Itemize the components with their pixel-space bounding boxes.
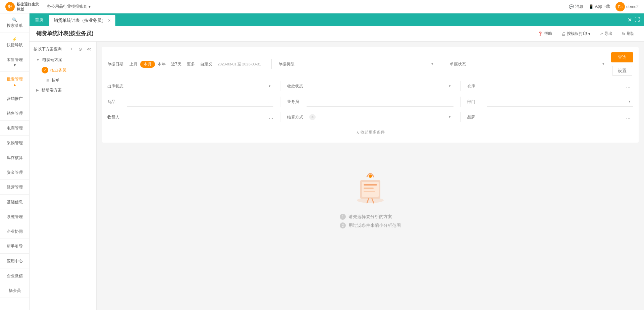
filter-salesperson: 业务员 … (287, 97, 453, 107)
filter-row-1: 单据日期 上月 本月 本年 近7天 更多 自定义 2023-03-01 至 20… (107, 52, 633, 76)
chevron-down-icon: ▾ (449, 84, 451, 88)
filter-doc-type: 单据类型 ▾ (278, 59, 436, 69)
divider-6 (460, 97, 461, 107)
filter-doc-status: 单据状态 ▾ (450, 59, 607, 69)
quick-icon: ⚡ (1, 37, 28, 42)
download-icon: 📱 (589, 4, 594, 9)
sidebar-item-finance[interactable]: 资金管理 (0, 165, 29, 180)
maximize-icon[interactable]: ⛶ (635, 17, 640, 23)
department-select[interactable]: ▾ (487, 97, 633, 107)
template-print-button[interactable]: 🖨 按模板打印 ▾ (559, 30, 593, 38)
warehouse-select[interactable]: … (487, 81, 633, 91)
tree-item-mobile[interactable]: ▶ 移动端方案 (30, 85, 96, 95)
help-button[interactable]: ❓ 帮助 (535, 30, 555, 38)
export-button[interactable]: ↗ 导出 (597, 30, 615, 38)
filter-row-3: 商品 … 业务员 … (107, 97, 633, 107)
refresh-icon: ↻ (622, 32, 625, 36)
divider-4 (460, 81, 461, 91)
sidebar-item-business[interactable]: 经营管理 (0, 180, 29, 195)
chevron-down-icon: ▾ (269, 84, 271, 88)
date-filter: 上月 本月 本年 近7天 更多 自定义 2023-03-01 至 2023-03… (127, 61, 261, 68)
doc-status-select[interactable]: ▾ (469, 59, 607, 69)
chevron-icon: ▾ (1, 63, 28, 67)
edit-scheme-button[interactable]: ⊙ (77, 46, 84, 52)
sidebar-item-sales[interactable]: 销售管理 (0, 106, 29, 121)
main-layout: 🔍 搜索菜单 ⚡ 快捷导航 零售管理 ▾ 批发管理 ▴ 营销推广 销售管理 电商… (0, 13, 644, 310)
add-scheme-button[interactable]: ＋ (68, 46, 75, 52)
goods-select[interactable]: … (127, 97, 273, 107)
close-window-icon[interactable]: ✕ (628, 17, 632, 23)
filter-row-4: 收货人 … 结算方式 × (107, 112, 633, 122)
out-status-select[interactable]: ▾ (127, 81, 273, 91)
receiver-input[interactable] (127, 112, 267, 122)
sidebar-item-member[interactable]: 畅会员 (0, 283, 29, 298)
filter-out-status: 出库状态 ▾ (107, 81, 273, 91)
filter-goods: 商品 … (107, 97, 273, 107)
tree-child-salesperson[interactable]: ✓ 按业务员 (30, 65, 96, 75)
sidebar-item-apps[interactable]: 应用中心 (0, 254, 29, 268)
empty-tip-1: 1 请先选择要分析的方案 (340, 214, 401, 220)
chevron-down-icon: ▾ (629, 99, 631, 104)
message-icon: 💬 (569, 4, 574, 9)
export-icon: ↗ (600, 32, 603, 36)
user-action[interactable]: Ea demo2 (615, 2, 639, 11)
collapse-panel-button[interactable]: ≪ (86, 46, 92, 52)
sidebar-item-enterprise[interactable]: 企业协同 (0, 224, 29, 239)
tag-close-icon[interactable]: × (311, 115, 314, 119)
collapse-bar[interactable]: ∧ 收起更多条件 (107, 127, 633, 137)
tab-close-icon[interactable]: × (108, 18, 111, 23)
svg-rect-4 (364, 188, 374, 189)
date-btn-last-month[interactable]: 上月 (127, 61, 140, 68)
brand-select[interactable]: … (487, 112, 633, 122)
company-dropdown[interactable]: 办公用品行业模拟账套 ▾ (47, 4, 91, 9)
tree-grandchild-order[interactable]: ⊞ 按单 (30, 75, 96, 85)
table-icon: ⊞ (46, 78, 50, 83)
receiver-more-icon: … (269, 114, 273, 120)
date-btn-current-year[interactable]: 本年 (155, 61, 168, 68)
tab-home[interactable]: 首页 (30, 13, 49, 26)
query-button[interactable]: 查询 (611, 52, 633, 62)
sidebar: 🔍 搜索菜单 ⚡ 快捷导航 零售管理 ▾ 批发管理 ▴ 营销推广 销售管理 电商… (0, 13, 30, 310)
svg-point-6 (369, 174, 372, 178)
tree-item-desktop[interactable]: ▼ 电脑端方案 (30, 55, 96, 65)
date-btn-more[interactable]: 更多 (184, 61, 198, 68)
refresh-button[interactable]: ↻ 刷新 (619, 30, 637, 38)
filter-receiver: 收货人 … (107, 112, 273, 122)
app-download-action[interactable]: 📱 App下载 (589, 4, 610, 9)
filter-department: 部门 ▾ (467, 97, 633, 107)
sidebar-item-system[interactable]: 系统管理 (0, 209, 29, 224)
tab-active[interactable]: 销货单统计表（按业务员） × (49, 15, 115, 26)
sidebar-item-marketing[interactable]: 营销推广 (0, 91, 29, 106)
sidebar-item-search[interactable]: 🔍 搜索菜单 (0, 13, 29, 33)
tab-content-area: 首页 销货单统计表（按业务员） × ✕ ⛶ 销货单统计表(按业务员) ❓ 帮助 (30, 13, 644, 310)
doc-type-select[interactable]: ▾ (298, 59, 436, 69)
sidebar-item-wechat[interactable]: 企业微信 (0, 268, 29, 283)
settings-button[interactable]: 设置 (612, 66, 632, 76)
sidebar-item-guide[interactable]: 新手引导 (0, 239, 29, 254)
left-panel: 按以下方案查询 ＋ ⊙ ≪ ▼ 电脑端方案 ✓ 按业务员 (30, 42, 97, 310)
sidebar-item-retail[interactable]: 零售管理 ▾ (0, 52, 29, 72)
logo-area: 好 畅捷通好生意 标版 (5, 2, 39, 11)
payment-tag: × (309, 114, 316, 120)
sidebar-item-ecommerce[interactable]: 电商管理 (0, 121, 29, 136)
payment-select[interactable]: × ▾ (307, 112, 453, 122)
date-btn-current-month[interactable]: 本月 (140, 61, 155, 68)
filter-date: 单据日期 上月 本月 本年 近7天 更多 自定义 2023-03-01 至 20… (107, 61, 265, 68)
empty-state: 1 请先选择要分析的方案 2 用过滤条件来缩小分析范围 (102, 147, 639, 249)
filter-area: 单据日期 上月 本月 本年 近7天 更多 自定义 2023-03-01 至 20… (102, 47, 639, 143)
sidebar-item-quick[interactable]: ⚡ 快捷导航 (0, 33, 29, 52)
date-btn-custom[interactable]: 自定义 (198, 61, 215, 68)
search-icon: 🔍 (1, 17, 28, 22)
sidebar-item-purchase[interactable]: 采购管理 (0, 136, 29, 150)
date-btn-7days[interactable]: 近7天 (168, 61, 184, 68)
main-content: 按以下方案查询 ＋ ⊙ ≪ ▼ 电脑端方案 ✓ 按业务员 (30, 42, 644, 310)
collapse-icon: ∧ (356, 130, 359, 135)
collect-status-select[interactable]: ▾ (307, 81, 453, 91)
logo-text: 畅捷通好生意 标版 (17, 2, 39, 11)
sidebar-item-inventory[interactable]: 库存核算 (0, 150, 29, 165)
sidebar-item-basic[interactable]: 基础信息 (0, 195, 29, 209)
filter-payment: 结算方式 × ▾ (287, 112, 453, 122)
message-action[interactable]: 💬 消息 (569, 4, 583, 9)
salesperson-select[interactable]: … (307, 97, 453, 107)
sidebar-item-wholesale[interactable]: 批发管理 ▴ (0, 72, 29, 91)
